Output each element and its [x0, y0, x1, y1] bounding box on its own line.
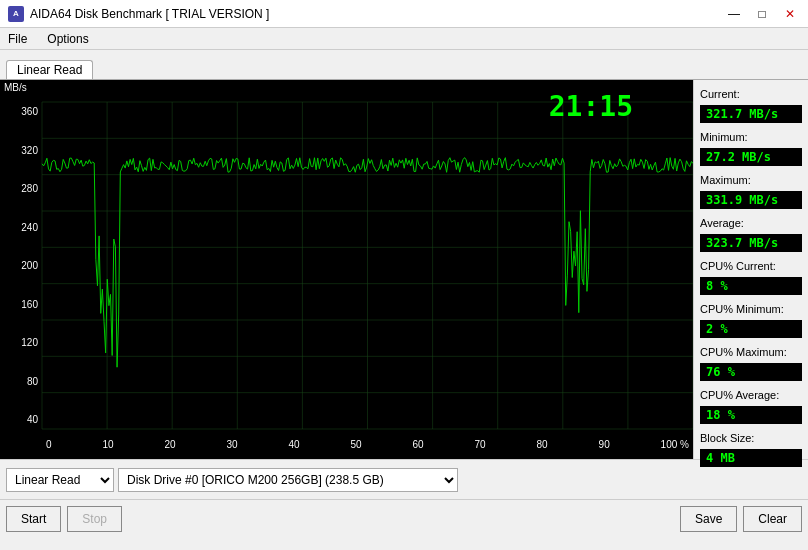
cpu-current-value: 8 % — [700, 277, 802, 295]
tab-linear-read[interactable]: Linear Read — [6, 60, 93, 79]
cpu-average-value: 18 % — [700, 406, 802, 424]
block-size-label: Block Size: — [700, 432, 802, 444]
drive-dropdown[interactable]: Disk Drive #0 [ORICO M200 256GB] (238.5 … — [118, 468, 458, 492]
cpu-current-label: CPU% Current: — [700, 260, 802, 272]
cpu-minimum-label: CPU% Minimum: — [700, 303, 802, 315]
cpu-maximum-label: CPU% Maximum: — [700, 346, 802, 358]
menu-options[interactable]: Options — [43, 32, 92, 46]
maximum-label: Maximum: — [700, 174, 802, 186]
current-label: Current: — [700, 88, 802, 100]
average-label: Average: — [700, 217, 802, 229]
current-value: 321.7 MB/s — [700, 105, 802, 123]
cpu-minimum-value: 2 % — [700, 320, 802, 338]
x-40: 40 — [289, 439, 300, 450]
minimize-button[interactable]: — — [724, 6, 744, 22]
action-bar: Start Stop Save Clear — [0, 500, 808, 538]
app-icon: A — [8, 6, 24, 22]
window-controls: — □ ✕ — [724, 6, 800, 22]
x-10: 10 — [102, 439, 113, 450]
main-area: MB/s 21:15 360 320 280 240 200 160 120 8… — [0, 80, 808, 460]
menu-file[interactable]: File — [4, 32, 31, 46]
y-160: 160 — [0, 299, 42, 310]
title-bar-left: A AIDA64 Disk Benchmark [ TRIAL VERSION … — [8, 6, 269, 22]
y-80: 80 — [0, 376, 42, 387]
y-240: 240 — [0, 222, 42, 233]
x-90: 90 — [599, 439, 610, 450]
title-bar: A AIDA64 Disk Benchmark [ TRIAL VERSION … — [0, 0, 808, 28]
cpu-maximum-value: 76 % — [700, 363, 802, 381]
x-50: 50 — [351, 439, 362, 450]
save-button[interactable]: Save — [680, 506, 737, 532]
x-60: 60 — [413, 439, 424, 450]
x-20: 20 — [164, 439, 175, 450]
menu-bar: File Options — [0, 28, 808, 50]
x-30: 30 — [226, 439, 237, 450]
x-80: 80 — [537, 439, 548, 450]
stats-sidebar: Current: 321.7 MB/s Minimum: 27.2 MB/s M… — [693, 80, 808, 459]
chart-time: 21:15 — [549, 90, 633, 123]
test-controls-bar: Linear Read Random Read Linear Write Ran… — [0, 460, 808, 500]
x-70: 70 — [475, 439, 486, 450]
benchmark-chart — [0, 80, 693, 459]
y-120: 120 — [0, 337, 42, 348]
app-title: AIDA64 Disk Benchmark [ TRIAL VERSION ] — [30, 7, 269, 21]
minimum-label: Minimum: — [700, 131, 802, 143]
y-40: 40 — [0, 414, 42, 425]
y-200: 200 — [0, 260, 42, 271]
stop-button[interactable]: Stop — [67, 506, 122, 532]
y-axis: 360 320 280 240 200 160 120 80 40 — [0, 102, 42, 429]
maximize-button[interactable]: □ — [752, 6, 772, 22]
minimum-value: 27.2 MB/s — [700, 148, 802, 166]
clear-button[interactable]: Clear — [743, 506, 802, 532]
tab-bar: Linear Read — [0, 50, 808, 80]
y-360: 360 — [0, 106, 42, 117]
close-button[interactable]: ✕ — [780, 6, 800, 22]
start-button[interactable]: Start — [6, 506, 61, 532]
cpu-average-label: CPU% Average: — [700, 389, 802, 401]
chart-area: MB/s 21:15 360 320 280 240 200 160 120 8… — [0, 80, 693, 459]
y-280: 280 — [0, 183, 42, 194]
block-size-value: 4 MB — [700, 449, 802, 467]
maximum-value: 331.9 MB/s — [700, 191, 802, 209]
y-320: 320 — [0, 145, 42, 156]
x-0: 0 — [46, 439, 52, 450]
x-axis: 0 10 20 30 40 50 60 70 80 90 100 % — [42, 429, 693, 459]
x-100: 100 % — [661, 439, 689, 450]
test-type-dropdown[interactable]: Linear Read Random Read Linear Write Ran… — [6, 468, 114, 492]
average-value: 323.7 MB/s — [700, 234, 802, 252]
action-bar-right: Save Clear — [680, 506, 802, 532]
